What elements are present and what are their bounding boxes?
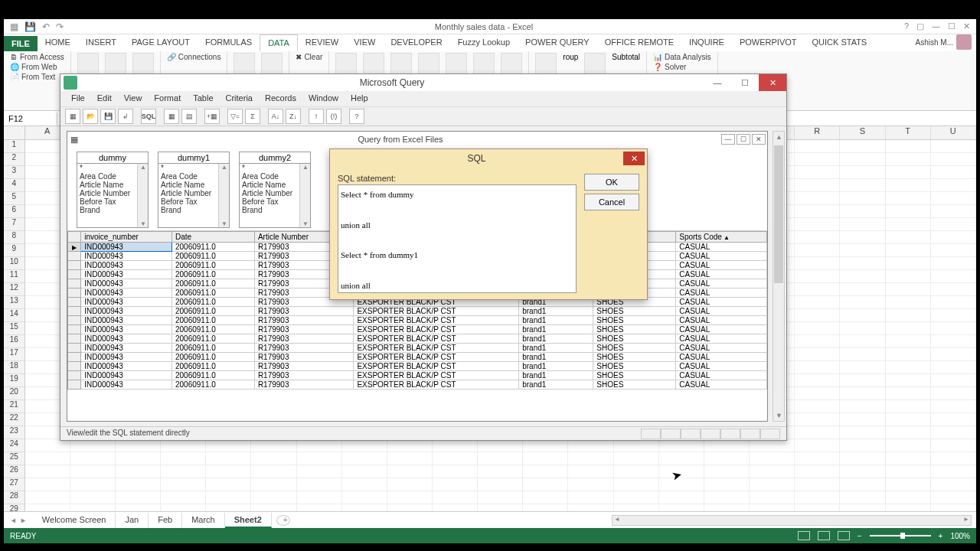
grid-cell[interactable]: EXSPORTER BLACK/P CST	[354, 307, 519, 316]
row-header[interactable]: 22	[4, 413, 25, 426]
grid-cell[interactable]: IND000943	[81, 334, 172, 344]
cell[interactable]	[886, 413, 931, 426]
cell[interactable]	[478, 465, 523, 478]
cell[interactable]	[342, 439, 387, 452]
row-header[interactable]: 20	[4, 387, 25, 400]
cell[interactable]	[659, 452, 704, 465]
cell[interactable]	[614, 465, 659, 478]
cell[interactable]	[795, 192, 840, 205]
mq-menu-window[interactable]: Window	[304, 93, 343, 105]
cell[interactable]	[795, 400, 840, 413]
row-header[interactable]: 25	[4, 452, 25, 465]
grid-cell[interactable]: SHOES	[593, 353, 676, 362]
cell[interactable]	[568, 439, 613, 452]
cell[interactable]	[116, 465, 161, 478]
cell[interactable]	[931, 465, 976, 478]
cell[interactable]	[840, 153, 885, 166]
grid-cell[interactable]: R179903	[254, 334, 354, 344]
row-header[interactable]: 9	[4, 244, 25, 257]
cell[interactable]	[387, 465, 433, 478]
grid-cell[interactable]: brand1	[519, 344, 593, 353]
name-box[interactable]: F12	[4, 112, 57, 125]
cell[interactable]	[25, 478, 70, 491]
help-icon[interactable]: ?	[349, 109, 364, 124]
grid-cell[interactable]: SHOES	[593, 334, 676, 344]
grid-cell[interactable]: IND000943	[81, 316, 172, 325]
cell[interactable]	[931, 309, 976, 322]
cell[interactable]	[931, 322, 976, 335]
cell[interactable]	[750, 478, 795, 491]
cell[interactable]	[659, 491, 704, 504]
cell[interactable]	[70, 478, 116, 491]
cell[interactable]	[840, 270, 885, 283]
cancel-button[interactable]: Cancel	[584, 194, 639, 210]
cell[interactable]	[795, 322, 840, 335]
mq-menu-edit[interactable]: Edit	[93, 93, 116, 105]
ribbon-tab-power-query[interactable]: POWER QUERY	[518, 34, 597, 51]
cell[interactable]	[297, 478, 342, 491]
sql-statement-input[interactable]	[338, 184, 577, 293]
cell[interactable]	[70, 465, 116, 478]
query-now-icon[interactable]: !	[309, 109, 324, 124]
cell[interactable]	[297, 452, 342, 465]
mq-menu-criteria[interactable]: Criteria	[221, 93, 257, 105]
cell[interactable]	[614, 491, 659, 504]
cell[interactable]	[795, 309, 840, 322]
grid-cell[interactable]: CASUAL	[676, 344, 767, 353]
grid-cell[interactable]: CASUAL	[676, 279, 767, 289]
cell[interactable]	[387, 452, 433, 465]
grid-cell[interactable]: R179903	[254, 325, 354, 334]
cell[interactable]	[931, 192, 976, 205]
grid-cell[interactable]: 20060911.0	[172, 307, 254, 316]
grid-cell[interactable]: brand1	[519, 362, 593, 371]
mq-menu-view[interactable]: View	[119, 93, 147, 105]
grid-cell[interactable]: 20060911.0	[172, 362, 254, 371]
cell[interactable]	[568, 452, 613, 465]
cell[interactable]	[116, 491, 161, 504]
from-web-button[interactable]: 🌐 From Web	[10, 63, 64, 71]
criteria-equals-icon[interactable]: ▽=	[227, 109, 243, 124]
cell[interactable]	[931, 361, 976, 374]
cell[interactable]	[840, 166, 885, 179]
grid-cell[interactable]: IND000943	[81, 243, 172, 252]
cell[interactable]	[206, 452, 251, 465]
cell[interactable]	[795, 283, 840, 296]
grid-cell[interactable]: CASUAL	[676, 316, 767, 325]
row-header[interactable]: 14	[4, 309, 25, 322]
cell[interactable]	[886, 452, 931, 465]
grid-cell[interactable]: R179903	[254, 316, 354, 325]
cell[interactable]	[931, 452, 976, 465]
cell[interactable]	[886, 426, 931, 439]
cell[interactable]	[840, 257, 885, 270]
cell[interactable]	[704, 439, 750, 452]
cell[interactable]	[931, 400, 976, 413]
row-header[interactable]: 18	[4, 361, 25, 374]
undo-icon[interactable]: ↶	[42, 21, 50, 32]
grid-cell[interactable]: CASUAL	[676, 353, 767, 362]
sql-dialog-close-icon[interactable]: ✕	[623, 152, 645, 165]
ribbon-tab-powerpivot[interactable]: POWERPIVOT	[732, 34, 805, 51]
cell[interactable]	[886, 335, 931, 348]
grid-cell[interactable]: SHOES	[593, 316, 676, 325]
grid-cell[interactable]: IND000943	[81, 261, 172, 270]
cell[interactable]	[523, 452, 568, 465]
row-header[interactable]: 27	[4, 478, 25, 491]
cell[interactable]	[886, 231, 931, 244]
row-header[interactable]: 21	[4, 400, 25, 413]
cell[interactable]	[25, 465, 70, 478]
ribbon-tab-data[interactable]: DATA	[260, 34, 298, 51]
cell[interactable]	[886, 361, 931, 374]
scrollbar[interactable]	[299, 164, 310, 227]
row-header[interactable]: 11	[4, 270, 25, 283]
cell[interactable]	[433, 439, 478, 452]
grid-cell[interactable]: CASUAL	[676, 334, 767, 344]
grid-cell[interactable]: brand1	[519, 371, 593, 380]
mq-title-bar[interactable]: Microsoft Query —☐✕	[60, 74, 786, 91]
mq-menu-help[interactable]: Help	[346, 93, 373, 105]
ribbon-tab-office-remote[interactable]: OFFICE REMOTE	[597, 34, 681, 51]
column-header[interactable]: S	[840, 126, 885, 139]
row-header[interactable]: 17	[4, 348, 25, 361]
cell[interactable]	[931, 244, 976, 257]
cell[interactable]	[840, 244, 885, 257]
grid-cell[interactable]: CASUAL	[676, 325, 767, 334]
